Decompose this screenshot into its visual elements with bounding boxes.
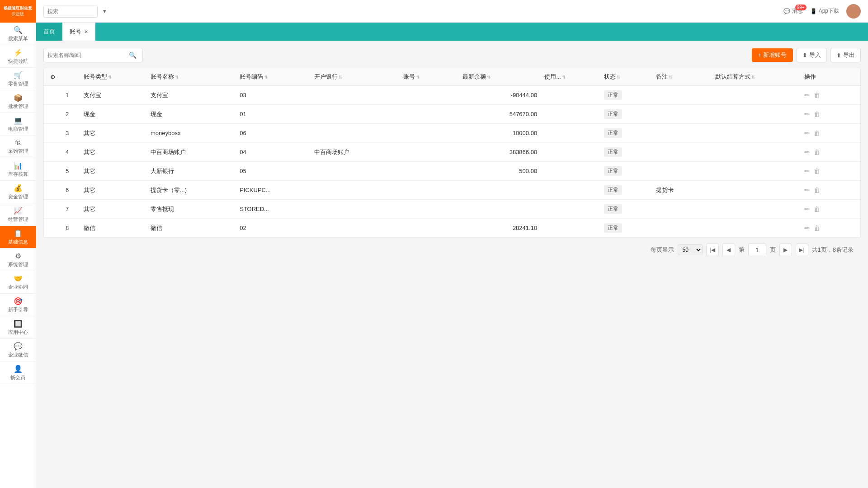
topbar-dropdown[interactable]: ▾ [103, 8, 106, 14]
sidebar-item-basic-info[interactable]: 📋 基础信息 [0, 226, 36, 249]
delete-button-0[interactable]: 🗑 [814, 91, 821, 99]
row-balance-3: 383866.00 [459, 143, 541, 162]
search-box: 🔍 [43, 48, 143, 62]
prev-page-button[interactable]: ◀ [722, 244, 735, 256]
import-button[interactable]: ⬇ 导入 [797, 48, 827, 62]
row-action-5: ✏ 🗑 [801, 181, 860, 200]
edit-button-5[interactable]: ✏ [804, 186, 810, 194]
first-page-button[interactable]: |◀ [706, 244, 719, 256]
sidebar-item-member[interactable]: 👤 畅会员 [0, 361, 36, 384]
add-account-button[interactable]: + 新增账号 [752, 48, 793, 62]
avatar[interactable] [846, 4, 861, 19]
sidebar-item-quick-nav[interactable]: ⚡ 快捷导航 [0, 45, 36, 68]
sidebar-item-ecommerce[interactable]: 💻 电商管理 [0, 113, 36, 136]
col-balance[interactable]: 最新余额⇅ [459, 68, 541, 86]
page-size-select[interactable]: 50 20 100 [678, 244, 703, 255]
sidebar-item-purchase[interactable]: 🛍 采购管理 [0, 136, 36, 158]
app-download-label: App下载 [819, 7, 839, 15]
row-name-3: 中百商场账户 [147, 143, 236, 162]
col-settings[interactable]: ⚙ [44, 68, 62, 86]
row-settings-2 [44, 124, 62, 143]
sidebar-label-member: 畅会员 [10, 375, 25, 380]
tab-account[interactable]: 账号 ✕ [62, 23, 95, 41]
sidebar-item-search[interactable]: 🔍 搜索菜单 [0, 23, 36, 45]
col-code[interactable]: 账号编码⇅ [236, 68, 310, 86]
row-action-6: ✏ 🗑 [801, 200, 860, 219]
sidebar-item-operation[interactable]: 📈 经营管理 [0, 203, 36, 226]
delete-button-7[interactable]: 🗑 [814, 224, 821, 232]
row-name-5: 提货卡（零...) [147, 181, 236, 200]
row-settings-6 [44, 200, 62, 219]
col-account[interactable]: 账号⇅ [400, 68, 459, 86]
sidebar-item-retail[interactable]: 🛒 零售管理 [0, 68, 36, 90]
sidebar-item-agreement[interactable]: 🤝 企业协同 [0, 271, 36, 294]
message-button[interactable]: 💬 消息 99+ [783, 7, 803, 15]
delete-button-3[interactable]: 🗑 [814, 148, 821, 156]
row-code-5: PICKUPC... [236, 181, 310, 200]
edit-button-7[interactable]: ✏ [804, 224, 810, 232]
col-status[interactable]: 状态⇅ [600, 68, 652, 86]
page-size-label: 每页显示 [651, 246, 674, 254]
total-info: 共1页，8条记录 [812, 246, 854, 254]
delete-button-1[interactable]: 🗑 [814, 110, 821, 118]
row-settings-3 [44, 143, 62, 162]
col-index [62, 68, 80, 86]
row-status-1: 正常 [600, 105, 652, 124]
topbar-search-input[interactable] [43, 5, 98, 18]
delete-button-5[interactable]: 🗑 [814, 186, 821, 194]
next-page-button[interactable]: ▶ [779, 244, 792, 256]
sidebar-item-wechat[interactable]: 💬 企业微信 [0, 339, 36, 361]
row-code-3: 04 [236, 143, 310, 162]
search-icon[interactable]: 🔍 [129, 52, 137, 59]
row-balance-4: 500.00 [459, 162, 541, 181]
edit-button-2[interactable]: ✏ [804, 129, 810, 137]
edit-button-3[interactable]: ✏ [804, 148, 810, 156]
edit-button-4[interactable]: ✏ [804, 167, 810, 175]
last-page-button[interactable]: ▶| [796, 244, 808, 256]
col-remark[interactable]: 备注⇅ [652, 68, 712, 86]
tab-home[interactable]: 首页 [36, 23, 62, 41]
sidebar-item-inventory[interactable]: 📊 库存核算 [0, 158, 36, 181]
export-button[interactable]: ⬆ 导出 [830, 48, 861, 62]
chevron-down-icon: ▾ [103, 8, 106, 14]
delete-button-2[interactable]: 🗑 [814, 129, 821, 137]
row-default-settlement-0 [712, 86, 801, 105]
row-remark-3 [652, 143, 712, 162]
sidebar-item-wholesale[interactable]: 📦 批发管理 [0, 90, 36, 113]
app-logo[interactable]: 畅捷通旺财生意 乐进版 [0, 0, 36, 23]
row-remark-7 [652, 219, 712, 238]
pagination: 每页显示 50 20 100 |◀ ◀ 第 页 ▶ ▶| 共1页，8条记录 [43, 238, 861, 262]
delete-button-4[interactable]: 🗑 [814, 167, 821, 175]
row-bank-6 [311, 200, 400, 219]
row-action-4: ✏ 🗑 [801, 162, 860, 181]
sidebar-item-app-center[interactable]: 🔲 应用中心 [0, 316, 36, 339]
sidebar-label-quick-nav: 快捷导航 [8, 58, 28, 64]
logo-main-text: 畅捷通旺财生意 [4, 5, 32, 11]
edit-button-1[interactable]: ✏ [804, 110, 810, 118]
content-area: 🔍 + 新增账号 ⬇ 导入 ⬆ 导出 ⚙ [36, 41, 868, 488]
col-bank[interactable]: 开户银行⇅ [311, 68, 400, 86]
agreement-icon: 🤝 [14, 274, 23, 283]
search-input[interactable] [47, 52, 129, 58]
sidebar-item-system[interactable]: ⚙ 系统管理 [0, 249, 36, 271]
tab-close-icon[interactable]: ✕ [84, 29, 88, 35]
row-settings-5 [44, 181, 62, 200]
table-row: 3 其它 moneybosx 06 10000.00 正常 ✏ 🗑 [44, 124, 860, 143]
page-input[interactable] [748, 244, 766, 256]
table-row: 5 其它 大新银行 05 500.00 正常 ✏ 🗑 [44, 162, 860, 181]
sidebar-item-guide[interactable]: 🎯 新手引导 [0, 294, 36, 316]
row-default-settlement-2 [712, 124, 801, 143]
edit-button-6[interactable]: ✏ [804, 205, 810, 213]
col-type[interactable]: 账号类型⇅ [80, 68, 147, 86]
edit-button-0[interactable]: ✏ [804, 91, 810, 99]
logo-sub-text: 乐进版 [12, 11, 24, 17]
delete-button-6[interactable]: 🗑 [814, 205, 821, 213]
col-default-settlement[interactable]: 默认结算方式⇅ [712, 68, 801, 86]
app-download-button[interactable]: 📱 App下载 [810, 7, 839, 15]
main-area: ▾ 💬 消息 99+ 📱 App下载 首页 账号 ✕ [36, 0, 868, 488]
row-name-0: 支付宝 [147, 86, 236, 105]
sidebar-item-finance[interactable]: 💰 资金管理 [0, 181, 36, 203]
col-usage[interactable]: 使用...⇅ [541, 68, 600, 86]
export-label: 导出 [843, 51, 855, 59]
col-name[interactable]: 账号名称⇅ [147, 68, 236, 86]
